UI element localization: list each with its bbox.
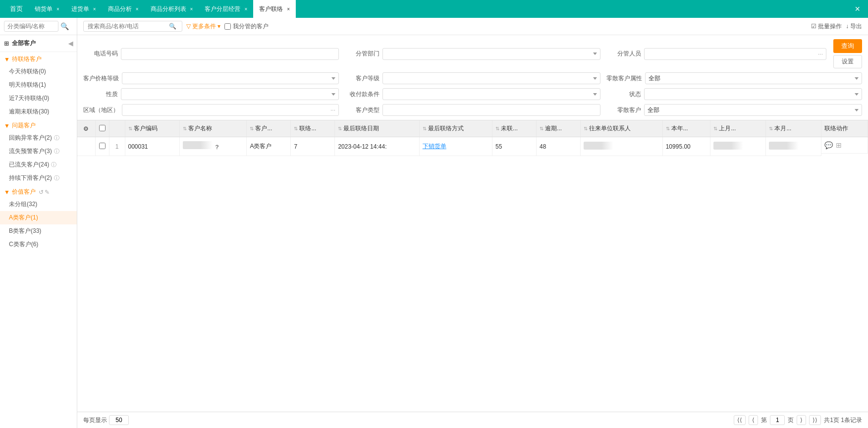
person-input-dots[interactable]: ···	[644, 48, 826, 60]
page-size-area: 每页显示	[83, 415, 129, 425]
nav-tab-goods-analysis[interactable]: 商品分析 ×	[102, 0, 145, 18]
close-customer-contact-tab[interactable]: ×	[287, 6, 290, 12]
nature-select[interactable]	[121, 88, 339, 100]
close-purchase-tab[interactable]: ×	[93, 6, 96, 12]
prev-page-btn[interactable]: ⟨	[749, 415, 758, 425]
nav-tab-sales[interactable]: 销货单 ×	[29, 0, 65, 18]
refresh-icon[interactable]: ↺	[39, 189, 44, 196]
gear-icon[interactable]: ⚙	[83, 125, 89, 132]
close-sales-tab[interactable]: ×	[56, 6, 59, 12]
sidebar-item-7days[interactable]: 近7天待联络(0)	[0, 92, 77, 105]
sort-icon-5[interactable]: ⇅	[338, 126, 342, 131]
page-num-input[interactable]	[770, 415, 785, 425]
row-name[interactable]: ？	[179, 137, 247, 156]
sidebar-pending-section[interactable]: ▼ 待联络客户	[0, 52, 77, 65]
sort-icon-12[interactable]: ⇅	[769, 126, 773, 131]
sidebar-all-customers[interactable]: ⊞ 全部客户 ◀	[0, 35, 77, 52]
status-select[interactable]	[644, 88, 862, 100]
price-grade-label: 客户价格等级	[83, 74, 119, 83]
sort-icon-9[interactable]: ⇅	[584, 126, 588, 131]
retail-attr-select[interactable]: 全部	[645, 72, 862, 84]
sidebar-item-tomorrow[interactable]: 明天待联络(1)	[0, 78, 77, 92]
sidebar-value-section[interactable]: ▼ 价值客户 ↺ ✎	[0, 185, 77, 198]
sidebar-item-declining[interactable]: 持续下滑客户(2) ⓘ	[0, 171, 77, 185]
edit-icon[interactable]: ✎	[45, 189, 50, 196]
qr-icon[interactable]: ⊞	[836, 141, 842, 149]
region-dots-btn[interactable]: ···	[330, 107, 335, 113]
row-checkbox[interactable]	[99, 143, 106, 149]
nav-tab-customer-tier[interactable]: 客户分层经营 ×	[199, 0, 253, 18]
nav-tab-goods-list[interactable]: 商品分析列表 ×	[145, 0, 199, 18]
sidebar-item-churned[interactable]: 已流失客户(24) ⓘ	[0, 158, 77, 171]
customer-type-input[interactable]	[382, 104, 600, 116]
nav-home[interactable]: 首页	[4, 0, 29, 18]
close-goods-list-tab[interactable]: ×	[190, 6, 193, 12]
sort-icon-3[interactable]: ⇅	[250, 126, 254, 131]
row-last-contact-method[interactable]: 下销货单	[419, 137, 492, 156]
sort-icon-2[interactable]: ⇅	[183, 126, 187, 131]
sidebar-search-icon[interactable]: 🔍	[60, 22, 69, 30]
phone-input[interactable]	[121, 48, 339, 60]
checkbox-icon: ☑	[811, 23, 816, 30]
sidebar-item-today[interactable]: 今天待联络(0)	[0, 65, 77, 78]
setting-button[interactable]: 设置	[833, 55, 862, 68]
sidebar-item-class-b[interactable]: B类客户(33)	[0, 224, 77, 238]
export-btn[interactable]: ↓ 导出	[846, 22, 862, 31]
contact-method-link[interactable]: 下销货单	[423, 143, 446, 150]
page-size-input[interactable]	[109, 415, 129, 425]
region-input-dots[interactable]: ···	[122, 104, 339, 116]
payment-select[interactable]	[382, 88, 600, 100]
sort-icon-10[interactable]: ⇅	[666, 126, 670, 131]
retail-customer-select[interactable]: 全部	[644, 104, 862, 116]
sort-icon-6[interactable]: ⇅	[423, 126, 427, 131]
first-page-btn[interactable]: ⟨⟨	[734, 415, 746, 425]
window-close-btn[interactable]: ×	[851, 4, 864, 14]
arrow-icon: ▼	[4, 56, 10, 63]
sidebar-item-repurchase-abnormal[interactable]: 回购异常客户(2) ⓘ	[0, 131, 77, 145]
person-dots-btn[interactable]: ···	[818, 51, 823, 57]
th-contact-num: ⇅ 联络...	[291, 120, 335, 137]
sort-icon-7[interactable]: ⇅	[495, 126, 499, 131]
info-icon-1[interactable]: ⓘ	[54, 134, 59, 142]
sidebar-item-class-a[interactable]: A类客户(1)	[0, 211, 77, 224]
my-customer-checkbox[interactable]: 我分管的客户	[224, 22, 269, 31]
last-page-btn[interactable]: ⟩⟩	[809, 415, 821, 425]
close-goods-analysis-tab[interactable]: ×	[136, 6, 139, 12]
more-conditions-btn[interactable]: ▽ 更多条件 ▾	[186, 22, 220, 31]
row-code[interactable]: 000031	[125, 137, 179, 156]
query-button[interactable]: 查询	[833, 39, 862, 53]
info-icon-3[interactable]: ⓘ	[51, 161, 56, 168]
sidebar-item-unclassified[interactable]: 未分组(32)	[0, 198, 77, 211]
nav-tab-customer-contact[interactable]: 客户联络 ×	[253, 0, 296, 18]
close-customer-tier-tab[interactable]: ×	[244, 6, 247, 12]
sidebar-collapse-icon[interactable]: ◀	[68, 40, 73, 47]
batch-op-btn[interactable]: ☑ 批量操作	[811, 22, 842, 31]
person-label: 分管人员	[606, 50, 641, 58]
info-icon-4[interactable]: ⓘ	[54, 174, 59, 182]
my-customer-check[interactable]	[224, 23, 231, 30]
dept-select[interactable]	[382, 48, 600, 60]
customer-grade-select[interactable]	[382, 72, 600, 84]
page-of-label: 页	[788, 416, 794, 425]
sort-icon-8[interactable]: ⇅	[540, 126, 543, 131]
sidebar-item-overdue[interactable]: 逾期未联络(30)	[0, 105, 77, 118]
next-page-btn[interactable]: ⟩	[797, 415, 806, 425]
sort-icon-11[interactable]: ⇅	[713, 126, 717, 131]
dept-label: 分管部门	[345, 50, 380, 58]
info-icon-2[interactable]: ⓘ	[54, 148, 59, 155]
sidebar-item-churn-warning[interactable]: 流失预警客户(3) ⓘ	[0, 145, 77, 158]
sort-icon[interactable]: ⇅	[128, 126, 132, 131]
sidebar-item-class-c[interactable]: C类客户(6)	[0, 238, 77, 251]
filter-search-icon[interactable]: 🔍	[169, 23, 176, 30]
th-checkbox	[95, 120, 109, 137]
sort-icon-4[interactable]: ⇅	[294, 126, 298, 131]
sidebar-problem-section[interactable]: ▼ 问题客户	[0, 118, 77, 131]
select-all-checkbox[interactable]	[99, 125, 106, 131]
sidebar-search-input[interactable]	[4, 21, 58, 32]
price-grade-select[interactable]	[122, 72, 339, 84]
table-row: 1 000031 ？ A类客户 7 2023-04-12 14:44: 下销货单…	[77, 137, 868, 156]
grid-icon: ⊞	[4, 40, 9, 47]
filter-search-input[interactable]	[88, 23, 167, 30]
message-icon[interactable]: 💬	[824, 141, 833, 149]
nav-tab-purchase[interactable]: 进货单 ×	[65, 0, 102, 18]
